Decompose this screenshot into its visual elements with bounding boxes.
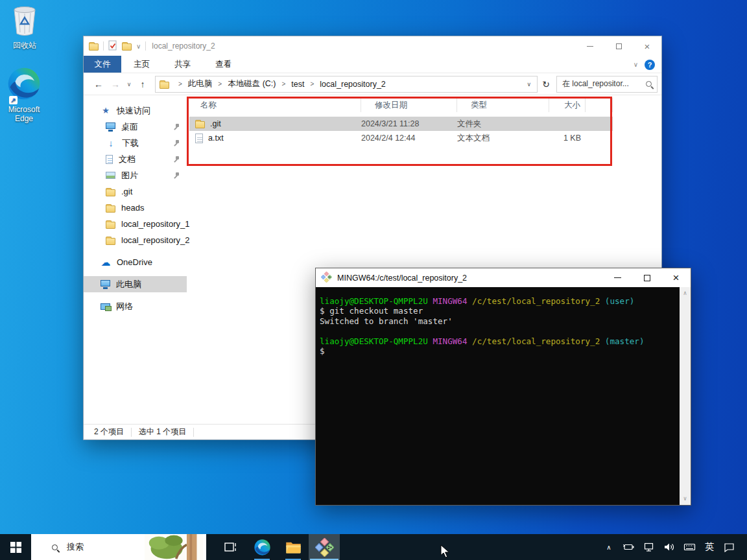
git-bash-icon xyxy=(315,538,334,557)
terminal-command-line: $ git checkout master xyxy=(320,306,687,316)
search-highlight-image xyxy=(141,534,206,560)
ribbon-tabs: 文件 主页 共享 查看 ∨ ? xyxy=(84,56,661,73)
crumb-separator: > xyxy=(213,80,226,88)
tab-share[interactable]: 共享 xyxy=(162,56,203,73)
battery-icon[interactable] xyxy=(622,540,636,554)
recent-locations-icon[interactable]: ∨ xyxy=(124,81,134,88)
taskbar-file-explorer-button[interactable] xyxy=(278,534,309,560)
ime-indicator[interactable]: 英 xyxy=(702,540,717,554)
search-icon xyxy=(646,81,652,87)
terminal-prompt-line: liaojy@DESKTOP-QMPPL2U MINGW64 /c/test/l… xyxy=(320,296,687,306)
taskbar: 搜索 ∧ 英 xyxy=(0,534,747,560)
sidebar-item-pictures[interactable]: 图片 xyxy=(84,167,187,183)
task-view-icon xyxy=(224,541,237,553)
new-folder-icon[interactable] xyxy=(122,43,132,51)
minimize-button[interactable] xyxy=(576,36,604,56)
sidebar-item-this-pc[interactable]: 此电脑 xyxy=(84,276,187,292)
breadcrumb-test[interactable]: test xyxy=(290,80,305,89)
breadcrumb-this-pc[interactable]: 此电脑 xyxy=(187,78,214,89)
ribbon-expand-icon[interactable]: ∨ xyxy=(634,61,638,68)
crumb-separator: > xyxy=(174,80,187,88)
edge-icon xyxy=(254,539,271,556)
maximize-button[interactable] xyxy=(604,36,633,56)
folder-icon xyxy=(106,205,115,213)
address-dropdown-icon[interactable]: ∨ xyxy=(527,81,537,88)
sidebar-item-network[interactable]: 网络 xyxy=(84,298,187,314)
scroll-down-icon[interactable]: ∨ xyxy=(683,494,687,504)
tab-view[interactable]: 查看 xyxy=(203,56,244,73)
terminal-output[interactable]: liaojy@DESKTOP-QMPPL2U MINGW64 /c/test/l… xyxy=(316,287,691,505)
desktop-icon-small xyxy=(106,122,115,129)
sidebar-item-downloads[interactable]: ↓ 下载 xyxy=(84,135,187,151)
search-box-text: 在 local_repositor... xyxy=(562,78,629,89)
scroll-up-icon[interactable]: ∧ xyxy=(683,288,687,298)
terminal-minimize-button[interactable] xyxy=(603,268,632,287)
sidebar-item-local-repository-1[interactable]: local_repository_1 xyxy=(84,216,187,232)
sidebar-item-quick-access[interactable]: ★ 快速访问 xyxy=(84,102,187,119)
terminal-scrollbar[interactable]: ∧ ∨ xyxy=(680,287,691,505)
mouse-cursor xyxy=(440,544,451,560)
touch-keyboard-icon[interactable] xyxy=(682,540,696,554)
folder-icon xyxy=(89,43,99,51)
taskbar-git-bash-button[interactable] xyxy=(309,534,340,560)
file-explorer-icon xyxy=(285,539,302,556)
file-row-git[interactable]: .git 2024/3/21 11:28 文件夹 xyxy=(189,117,613,131)
refresh-icon[interactable]: ↻ xyxy=(538,79,554,89)
shortcut-arrow-icon: ↗ xyxy=(9,96,18,104)
maximize-icon xyxy=(644,275,650,281)
sidebar-item-onedrive[interactable]: ☁ OneDrive xyxy=(84,254,187,270)
pin-icon xyxy=(173,156,180,163)
file-row-a-txt[interactable]: a.txt 2024/2/4 12:44 文本文档 1 KB xyxy=(189,131,613,145)
sidebar-item-git[interactable]: .git xyxy=(84,183,187,200)
pin-icon xyxy=(173,139,180,146)
up-icon[interactable]: ↑ xyxy=(134,79,151,89)
desktop-icon-recycle-bin[interactable]: 回收站 xyxy=(3,5,46,51)
help-icon[interactable]: ? xyxy=(645,60,655,70)
terminal-cursor-line: $ xyxy=(320,346,687,356)
back-icon[interactable]: ← xyxy=(90,79,107,89)
star-icon: ★ xyxy=(101,106,111,115)
item-count: 2 个项目 xyxy=(94,426,124,438)
terminal-prompt-line: liaojy@DESKTOP-QMPPL2U MINGW64 /c/test/l… xyxy=(320,336,687,346)
sidebar-item-local-repository-2[interactable]: local_repository_2 xyxy=(84,232,187,248)
taskbar-edge-button[interactable] xyxy=(246,534,278,560)
address-toolbar: ← → ∨ ↑ > 此电脑 > 本地磁盘 (C:) > test > local… xyxy=(84,73,661,95)
sidebar-item-desktop[interactable]: 桌面 xyxy=(84,119,187,135)
terminal-title: MINGW64:/c/test/local_repository_2 xyxy=(337,274,467,283)
volume-icon[interactable] xyxy=(662,540,676,554)
taskbar-search-placeholder: 搜索 xyxy=(67,541,84,553)
properties-check-icon[interactable] xyxy=(108,40,117,52)
action-center-icon[interactable] xyxy=(722,540,737,554)
column-header-name[interactable]: 名称 xyxy=(187,98,361,112)
breadcrumb-local-repository-2[interactable]: local_repository_2 xyxy=(318,80,386,89)
qat-dropdown-icon[interactable]: ∨ xyxy=(136,43,141,50)
terminal-close-button[interactable]: × xyxy=(661,268,691,287)
close-button[interactable]: × xyxy=(633,36,661,56)
desktop-icon-edge[interactable]: ↗ Microsoft Edge xyxy=(3,66,45,123)
taskbar-search-input[interactable]: 搜索 xyxy=(31,534,206,560)
task-view-button[interactable] xyxy=(215,534,246,560)
sidebar-item-documents[interactable]: 文档 xyxy=(84,151,187,167)
forward-icon[interactable]: → xyxy=(107,79,124,89)
search-input[interactable]: 在 local_repositor... xyxy=(556,76,658,93)
cloud-icon: ☁ xyxy=(101,257,111,268)
terminal-maximize-button[interactable] xyxy=(632,268,661,287)
folder-icon xyxy=(195,121,205,128)
address-bar[interactable]: > 此电脑 > 本地磁盘 (C:) > test > local_reposit… xyxy=(155,76,538,93)
breadcrumb-local-disk-c[interactable]: 本地磁盘 (C:) xyxy=(226,78,277,89)
pin-icon xyxy=(173,172,180,179)
sidebar-item-heads[interactable]: heads xyxy=(84,200,187,216)
text-file-icon xyxy=(195,134,203,143)
hidden-icons-chevron[interactable]: ∧ xyxy=(602,540,616,554)
column-header-size[interactable]: 大小 xyxy=(549,98,586,112)
terminal-output-line: Switched to branch 'master' xyxy=(320,316,687,326)
column-header-modified[interactable]: 修改日期 xyxy=(361,98,457,112)
network-icon[interactable] xyxy=(642,540,656,554)
mingw64-terminal-window: MINGW64:/c/test/local_repository_2 × lia… xyxy=(315,268,691,506)
tab-file[interactable]: 文件 xyxy=(84,56,121,73)
recycle-bin-icon xyxy=(12,5,38,38)
tab-home[interactable]: 主页 xyxy=(121,56,162,73)
column-header-type[interactable]: 类型 xyxy=(457,98,549,112)
download-icon: ↓ xyxy=(106,138,116,148)
start-button[interactable] xyxy=(0,534,31,560)
